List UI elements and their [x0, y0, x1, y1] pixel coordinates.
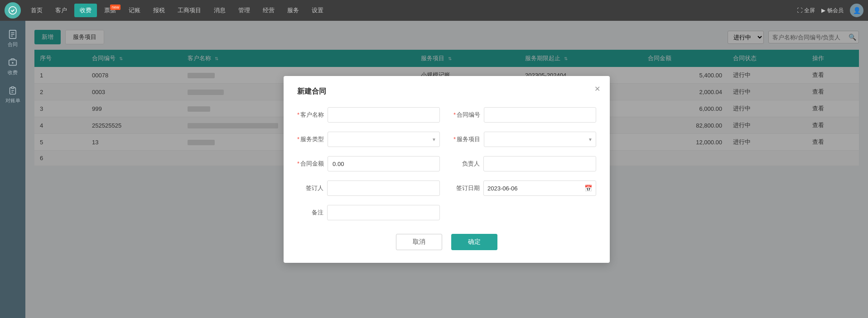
label-service-type: *服务类型	[297, 135, 324, 143]
label-remark: 备注	[297, 209, 323, 217]
field-signer: 签订人	[297, 180, 440, 196]
app-logo[interactable]	[5, 2, 21, 19]
main-layout: 合同 收费 对账单	[0, 21, 868, 318]
top-navigation: 首页 客户 收费 票据 new 记账 报税 工商项目 消息 管理 经营 服务 设…	[0, 0, 868, 21]
label-signer: 签订人	[297, 184, 323, 192]
select-wrapper-service-type: ▼	[328, 132, 440, 147]
nav-service[interactable]: 服务	[282, 4, 304, 17]
field-contract-no: *合同编号	[453, 107, 596, 123]
field-remark: 备注	[297, 205, 440, 220]
input-remark[interactable]	[327, 205, 440, 220]
nav-manage[interactable]: 管理	[233, 4, 256, 17]
form-row-3: *合同金额 负责人	[297, 156, 596, 171]
new-contract-modal: ✕ 新建合同 *客户名称 *合同编号	[284, 76, 610, 263]
label-amount: *合同金额	[297, 160, 324, 168]
label-service-item: *服务项目	[453, 135, 480, 143]
sidebar-item-contract[interactable]: 合同	[1, 25, 24, 52]
nav-home[interactable]: 首页	[25, 4, 48, 17]
nav-right-tools: ⛶ 全屏 ▶ 畅会员 👤	[797, 4, 863, 17]
input-sign-date[interactable]	[487, 185, 583, 192]
nav-settings[interactable]: 设置	[306, 4, 329, 17]
modal-close-button[interactable]: ✕	[592, 83, 603, 94]
field-owner: 负责人	[453, 156, 596, 171]
label-owner: 负责人	[453, 160, 480, 168]
nav-business[interactable]: 工商项目	[172, 4, 207, 17]
date-field-wrap: 📅	[483, 180, 596, 196]
nav-bookkeeping[interactable]: 记账	[123, 4, 146, 17]
label-customer-name: *客户名称	[297, 111, 324, 119]
input-customer-name[interactable]	[328, 107, 440, 123]
nav-customer[interactable]: 客户	[50, 4, 72, 17]
form-row-5: 备注	[297, 205, 596, 220]
svg-rect-7	[11, 87, 14, 89]
input-contract-no[interactable]	[484, 107, 596, 123]
play-icon: ▶	[821, 7, 825, 14]
fullscreen-icon: ⛶	[797, 7, 802, 14]
nav-tax[interactable]: 报税	[148, 4, 170, 17]
label-contract-no: *合同编号	[453, 111, 480, 119]
field-customer-name: *客户名称	[297, 107, 440, 123]
select-wrapper-service-item: ▼	[484, 132, 596, 147]
fullscreen-button[interactable]: ⛶ 全屏	[797, 7, 815, 14]
select-service-item[interactable]	[484, 132, 596, 147]
modal-title: 新建合同	[297, 87, 596, 96]
select-service-type[interactable]	[328, 132, 440, 147]
sidebar: 合同 收费 对账单	[0, 21, 25, 318]
input-amount[interactable]	[328, 156, 440, 171]
field-amount: *合同金额	[297, 156, 440, 171]
calendar-icon[interactable]: 📅	[584, 185, 592, 192]
confirm-button[interactable]: 确定	[451, 234, 497, 250]
form-row-2: *服务类型 ▼ *服务项目	[297, 132, 596, 147]
sidebar-label-statement: 对账单	[5, 97, 20, 104]
fee-icon	[7, 57, 18, 68]
new-badge: new	[110, 5, 121, 10]
form-row-4: 签订人 签订日期 📅	[297, 180, 596, 196]
statement-icon	[7, 85, 18, 96]
nav-message[interactable]: 消息	[208, 4, 231, 17]
content-area: 新增 服务项目 进行中 已完成 已终止 🔍 序号 合同编号 ⇅	[25, 21, 868, 318]
modal-overlay: ✕ 新建合同 *客户名称 *合同编号	[25, 21, 868, 318]
field-service-item: *服务项目 ▼	[453, 132, 596, 147]
nav-invoice[interactable]: 票据 new	[99, 4, 121, 17]
nav-menu: 首页 客户 收费 票据 new 记账 报税 工商项目 消息 管理 经营 服务 设…	[25, 4, 797, 17]
input-signer[interactable]	[327, 180, 440, 196]
user-avatar[interactable]: 👤	[850, 4, 863, 17]
input-owner[interactable]	[483, 156, 596, 171]
field-sign-date: 签订日期 📅	[453, 180, 596, 196]
nav-fee[interactable]: 收费	[74, 4, 97, 17]
form-row-1: *客户名称 *合同编号	[297, 107, 596, 123]
sidebar-label-fee: 收费	[8, 69, 18, 76]
sidebar-item-fee[interactable]: 收费	[1, 53, 24, 80]
sidebar-item-statement[interactable]: 对账单	[1, 81, 24, 108]
contract-icon	[7, 29, 18, 40]
nav-operation[interactable]: 经营	[257, 4, 280, 17]
member-button[interactable]: ▶ 畅会员	[821, 7, 844, 14]
label-sign-date: 签订日期	[453, 184, 480, 192]
field-service-type: *服务类型 ▼	[297, 132, 440, 147]
modal-footer: 取消 确定	[297, 234, 596, 250]
cancel-button[interactable]: 取消	[396, 234, 442, 250]
sidebar-label-contract: 合同	[8, 41, 18, 48]
